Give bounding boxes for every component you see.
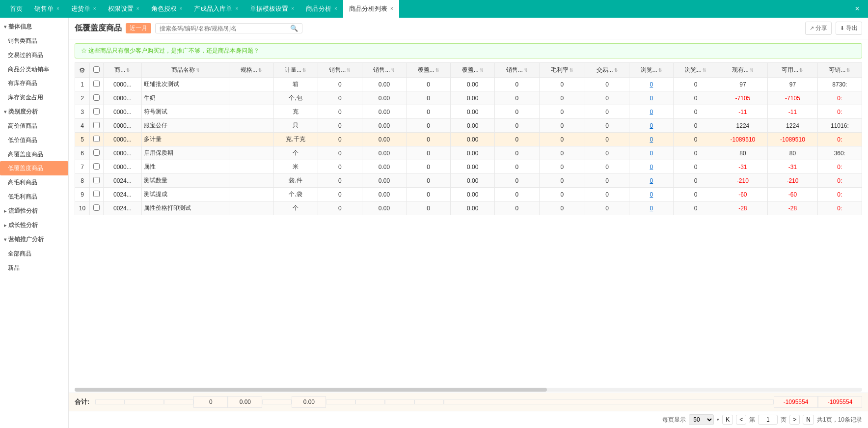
nav-close-analysis-list[interactable]: × xyxy=(390,0,393,18)
sidebar-item-new-goods[interactable]: 新品 xyxy=(0,261,68,275)
sidebar-item-high-margin[interactable]: 高毛利商品 xyxy=(0,175,68,190)
col-sellable[interactable]: 可销... xyxy=(817,63,862,78)
nav-item-sales[interactable]: 销售单 × xyxy=(28,0,65,18)
row-browse1[interactable]: 0 xyxy=(629,105,674,119)
col-browse1[interactable]: 浏览... xyxy=(629,63,674,78)
nav-close-inventory[interactable]: × xyxy=(235,0,238,18)
row-checkbox[interactable] xyxy=(90,91,104,105)
row-checkbox[interactable] xyxy=(90,146,104,160)
search-input[interactable] xyxy=(160,25,290,32)
page-size-select[interactable]: 50 10 20 100 xyxy=(689,414,714,425)
row-browse1[interactable]: 0 xyxy=(629,188,674,201)
row-checkbox[interactable] xyxy=(90,160,104,174)
row-name[interactable]: 测试数量 xyxy=(141,174,229,188)
sidebar-section-circulation[interactable]: ▸ 流通性分析 xyxy=(0,204,68,218)
nav-item-permissions[interactable]: 权限设置 × xyxy=(102,0,145,18)
col-sales-amt[interactable]: 销售... xyxy=(362,63,406,78)
search-icon[interactable]: 🔍 xyxy=(290,25,298,32)
row-browse1[interactable]: 0 xyxy=(629,201,674,215)
sidebar-item-low-margin[interactable]: 低毛利商品 xyxy=(0,190,68,204)
col-current[interactable]: 现有... xyxy=(718,63,768,78)
row-gross-rate: 0 xyxy=(539,133,585,146)
row-name[interactable]: 属性价格打印测试 xyxy=(141,201,229,215)
col-sales3[interactable]: 销售... xyxy=(495,63,539,78)
sidebar-collapse-button[interactable]: « xyxy=(68,213,69,233)
row-checkbox[interactable] xyxy=(90,78,104,91)
page-number-input[interactable] xyxy=(758,415,778,425)
col-coverage2[interactable]: 覆盖... xyxy=(451,63,495,78)
sidebar-item-in-stock[interactable]: 有库存商品 xyxy=(0,76,68,90)
row-name[interactable]: 属性 xyxy=(141,160,229,174)
col-name[interactable]: 商品名称 xyxy=(141,63,229,78)
nav-close-roles[interactable]: × xyxy=(180,0,183,18)
settings-icon[interactable]: ⚙ xyxy=(79,66,85,74)
last-page-button[interactable]: N xyxy=(803,415,814,425)
row-browse1[interactable]: 0 xyxy=(629,91,674,105)
first-page-button[interactable]: K xyxy=(722,415,733,425)
nav-close-template[interactable]: × xyxy=(291,0,294,18)
col-spec[interactable]: 规格... xyxy=(229,63,273,78)
sidebar-item-sales-goods[interactable]: 销售类商品 xyxy=(0,34,68,48)
col-browse2[interactable]: 浏览... xyxy=(674,63,718,78)
row-name[interactable]: 旺辅批次测试 xyxy=(141,78,229,91)
row-browse1[interactable]: 0 xyxy=(629,119,674,133)
sidebar-item-all-goods[interactable]: 全部商品 xyxy=(0,247,68,261)
date-filter-tag[interactable]: 近一月 xyxy=(126,23,151,33)
sidebar-item-low-value[interactable]: 低价值商品 xyxy=(0,133,68,147)
row-checkbox[interactable] xyxy=(90,119,104,133)
col-settings[interactable]: ⚙ xyxy=(75,63,90,78)
row-name[interactable]: 多计量 xyxy=(141,133,229,146)
col-trade[interactable]: 交易... xyxy=(585,63,629,78)
scrollbar-thumb[interactable] xyxy=(75,388,547,392)
select-all-checkbox[interactable] xyxy=(93,66,100,73)
nav-item-analysis-list[interactable]: 商品分析列表 × xyxy=(343,0,399,18)
row-name[interactable]: 启用保质期 xyxy=(141,146,229,160)
row-checkbox[interactable] xyxy=(90,133,104,146)
row-name[interactable]: 牛奶 xyxy=(141,91,229,105)
sidebar-section-marketing[interactable]: ▾ 营销推广分析 xyxy=(0,232,68,247)
row-browse1[interactable]: 0 xyxy=(629,78,674,91)
nav-close-purchase[interactable]: × xyxy=(93,0,96,18)
row-checkbox[interactable] xyxy=(90,105,104,119)
sidebar-item-traded-goods[interactable]: 交易过的商品 xyxy=(0,48,68,62)
col-code[interactable]: 商... xyxy=(104,63,142,78)
row-checkbox[interactable] xyxy=(90,174,104,188)
nav-item-roles[interactable]: 角色授权 × xyxy=(145,0,189,18)
nav-item-purchase[interactable]: 进货单 × xyxy=(65,0,102,18)
prev-page-button[interactable]: < xyxy=(736,415,746,425)
nav-item-template[interactable]: 单据模板设置 × xyxy=(244,0,300,18)
nav-close-permissions[interactable]: × xyxy=(136,0,139,18)
sidebar-item-high-value[interactable]: 高价值商品 xyxy=(0,119,68,133)
col-sales-qty[interactable]: 销售... xyxy=(318,63,362,78)
nav-item-home[interactable]: 首页 xyxy=(4,0,28,18)
row-browse1[interactable]: 0 xyxy=(629,133,674,146)
sidebar-section-overall[interactable]: ▾ 整体信息 xyxy=(0,20,68,34)
row-browse1[interactable]: 0 xyxy=(629,146,674,160)
row-browse1[interactable]: 0 xyxy=(629,160,674,174)
row-name[interactable]: 符号测试 xyxy=(141,105,229,119)
nav-close-analysis[interactable]: × xyxy=(334,0,337,18)
row-browse1[interactable]: 0 xyxy=(629,174,674,188)
nav-item-analysis[interactable]: 商品分析 × xyxy=(300,0,343,18)
row-name[interactable]: 测试提成 xyxy=(141,188,229,201)
next-page-button[interactable]: > xyxy=(789,415,800,425)
sidebar-item-capital[interactable]: 库存资金占用 xyxy=(0,90,68,105)
export-button[interactable]: ⬇ 导出 xyxy=(836,22,862,35)
sidebar-item-high-coverage[interactable]: 高覆盖度商品 xyxy=(0,147,68,162)
sidebar-section-category[interactable]: ▾ 类别度分析 xyxy=(0,105,68,119)
row-checkbox[interactable] xyxy=(90,201,104,215)
row-name[interactable]: 服宝公仔 xyxy=(141,119,229,133)
window-close-button[interactable]: × xyxy=(850,2,864,16)
sidebar-item-low-coverage[interactable]: 低覆盖度商品 xyxy=(0,161,68,175)
row-checkbox[interactable] xyxy=(90,188,104,201)
sidebar-item-category-turnover[interactable]: 商品分类动销率 xyxy=(0,62,68,77)
col-gross-rate[interactable]: 毛利率 xyxy=(539,63,585,78)
sidebar-section-growth[interactable]: ▸ 成长性分析 xyxy=(0,218,68,232)
col-available[interactable]: 可用... xyxy=(768,63,818,78)
nav-close-sales[interactable]: × xyxy=(56,0,59,18)
col-unit[interactable]: 计量... xyxy=(273,63,318,78)
horizontal-scrollbar[interactable] xyxy=(75,388,862,392)
col-coverage1[interactable]: 覆盖... xyxy=(407,63,451,78)
nav-item-inventory[interactable]: 产成品入库单 × xyxy=(188,0,244,18)
share-button[interactable]: ↗ 分享 xyxy=(805,22,832,35)
